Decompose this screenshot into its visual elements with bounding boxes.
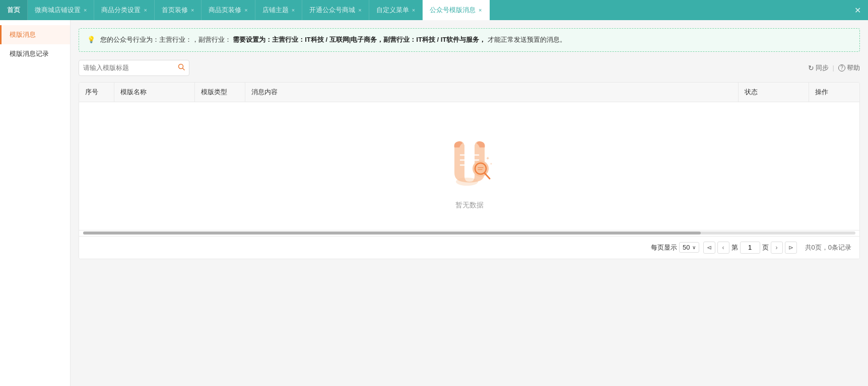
page-nav: ⊲ ‹ 第 页 › ⊳ [703,242,797,254]
tab-homepage[interactable]: 首页装修 × [155,0,202,20]
chevron-down-icon: ∨ [692,245,696,250]
col-status: 状态 [739,83,809,102]
tab-custommenu-label: 自定义菜单 [376,6,409,15]
sidebar-item-template-label: 模版消息 [10,31,36,38]
help-icon: ? [838,64,845,71]
svg-text:✦: ✦ [490,162,493,166]
page-prev-button[interactable]: ‹ [717,242,729,254]
tab-homepage-close[interactable]: × [191,7,194,13]
sidebar-item-record-label: 模版消息记录 [10,50,49,57]
horizontal-scrollbar[interactable] [79,230,859,236]
tab-category[interactable]: 商品分类设置 × [94,0,154,20]
col-name: 模版名称 [114,83,195,102]
search-input[interactable] [83,64,178,71]
empty-state: ✦ ✦ 暂无数据 [79,102,859,230]
help-label: 帮助 [847,63,860,72]
notice-icon: 💡 [87,36,95,43]
sidebar: 模版消息 模版消息记录 [0,20,71,386]
scrollbar-track[interactable] [83,231,855,235]
sync-icon: ↻ [808,64,814,72]
tab-home[interactable]: 首页 [0,0,28,20]
tab-theme-close[interactable]: × [292,7,295,13]
notice-highlight: 需要设置为：主营行业：IT科技 / 互联网|电子商务，副营行业：IT科技 / I… [233,36,486,43]
page-size-select: 每页显示 50 ∨ [651,242,699,253]
notice-prefix: 您的公众号行业为：主营行业：，副营行业： [100,36,231,43]
svg-line-8 [485,173,490,179]
tab-templatemsg-close[interactable]: × [479,7,482,13]
tab-bar-close-btn[interactable]: ✕ [847,6,868,15]
tab-homepage-label: 首页装修 [162,6,188,15]
help-button[interactable]: ? 帮助 [838,63,860,72]
tab-mall-label: 开通公众号商城 [309,6,355,15]
main-layout: 模版消息 模版消息记录 💡 您的公众号行业为：主营行业：，副营行业： 需要设置为… [0,20,868,386]
col-index: 序号 [79,83,114,102]
sync-button[interactable]: ↻ 同步 [808,63,829,72]
tab-weshop-label: 微商城店铺设置 [35,6,81,15]
tab-category-label: 商品分类设置 [101,6,141,15]
page-total: 共0页，0条记录 [805,243,851,252]
empty-text: 暂无数据 [455,201,484,210]
tab-custommenu-close[interactable]: × [412,7,415,13]
page-unit: 页 [762,243,769,252]
notice-box: 💡 您的公众号行业为：主营行业：，副营行业： 需要设置为：主营行业：IT科技 /… [79,28,860,52]
page-prefix: 第 [731,243,738,252]
tab-custommenu[interactable]: 自定义菜单 × [369,0,423,20]
sidebar-item-record[interactable]: 模版消息记录 [0,44,70,63]
search-button[interactable] [178,63,185,72]
search-icon [178,63,185,70]
page-size-dropdown[interactable]: 50 ∨ [679,242,699,253]
toolbar-divider: | [833,64,834,71]
col-type: 模版类型 [195,83,245,102]
pagination: 每页显示 50 ∨ ⊲ ‹ 第 页 › ⊳ 共0页，0条记录 [79,236,859,259]
search-bar: ↻ 同步 | ? 帮助 [79,60,860,76]
table-header: 序号 模版名称 模版类型 消息内容 状态 操作 [79,83,859,102]
tab-productpage-label: 商品页装修 [209,6,241,15]
page-size-label: 每页显示 [651,243,677,252]
col-content: 消息内容 [245,83,739,102]
page-next-button[interactable]: › [771,242,783,254]
svg-text:✦: ✦ [486,156,490,161]
page-number-input[interactable] [740,242,760,254]
tab-theme[interactable]: 店铺主题 × [255,0,302,20]
tab-templatemsg-label: 公众号模版消息 [430,6,476,15]
tab-weshop[interactable]: 微商城店铺设置 × [28,0,94,20]
tab-bar: 首页 微商城店铺设置 × 商品分类设置 × 首页装修 × 商品页装修 × 店铺主… [0,0,868,20]
sidebar-item-template[interactable]: 模版消息 [0,25,70,44]
svg-line-1 [183,68,185,70]
tab-productpage[interactable]: 商品页装修 × [202,0,255,20]
col-action: 操作 [809,83,859,102]
page-first-button[interactable]: ⊲ [703,242,715,254]
content-area: 💡 您的公众号行业为：主营行业：，副营行业： 需要设置为：主营行业：IT科技 /… [71,20,868,386]
search-input-wrap [79,60,189,76]
tab-weshop-close[interactable]: × [84,7,87,13]
sync-label: 同步 [816,63,829,72]
empty-illustration: ✦ ✦ [439,132,500,193]
scrollbar-thumb[interactable] [83,231,701,235]
page-size-value: 50 [683,244,690,251]
tab-productpage-close[interactable]: × [244,7,247,13]
tab-mall-close[interactable]: × [358,7,361,13]
page-last-button[interactable]: ⊳ [785,242,797,254]
tab-templatemsg[interactable]: 公众号模版消息 × [423,0,489,20]
data-table: 序号 模版名称 模版类型 消息内容 状态 操作 [79,82,860,259]
notice-suffix: 才能正常发送预置的消息。 [488,36,566,43]
tab-theme-label: 店铺主题 [262,6,289,15]
search-right: ↻ 同步 | ? 帮助 [808,63,860,72]
tab-mall[interactable]: 开通公众号商城 × [302,0,369,20]
tab-home-label: 首页 [7,6,20,15]
tab-category-close[interactable]: × [144,7,147,13]
